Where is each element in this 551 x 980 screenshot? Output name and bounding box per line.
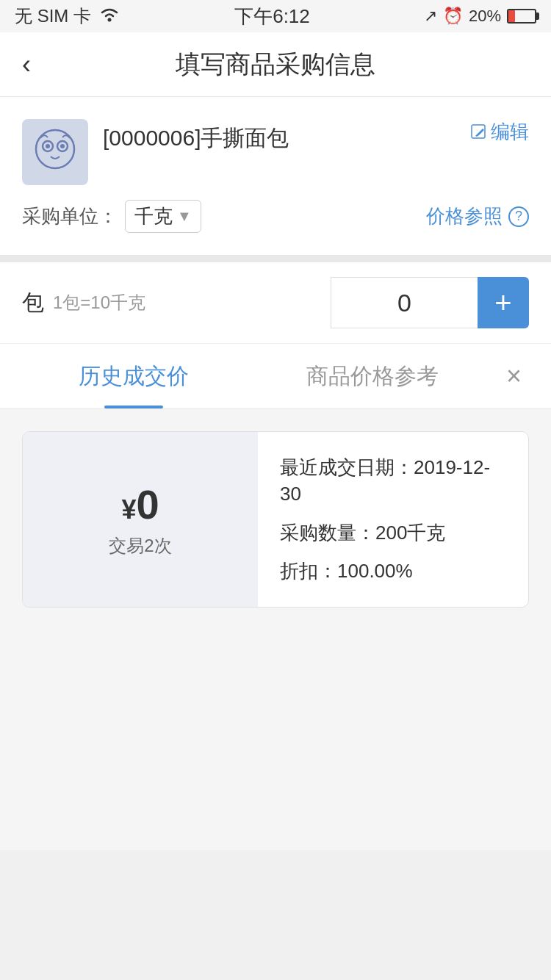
svg-point-5	[60, 144, 65, 148]
status-bar: 无 SIM 卡 下午6:12 ↗ ⏰ 20%	[0, 0, 551, 32]
svg-point-0	[108, 18, 112, 22]
help-icon: ?	[508, 206, 529, 227]
history-card: ¥0 交易2次 最近成交日期：2019-12-30 采购数量：200千克 折扣：…	[22, 431, 529, 608]
tab-close-button[interactable]: ×	[491, 353, 536, 399]
product-info: [0000006]手撕面包	[22, 119, 470, 185]
carrier-label: 无 SIM 卡	[15, 4, 91, 28]
tabs-row: 历史成交价 商品价格参考 ×	[0, 344, 551, 408]
quantity-input-group: +	[331, 277, 529, 328]
recent-date-label: 最近成交日期：	[280, 456, 414, 478]
product-name: [0000006]手撕面包	[103, 119, 289, 154]
yuan-symbol: ¥	[121, 494, 136, 525]
status-left: 无 SIM 卡	[15, 4, 120, 28]
bag-unit-note: 1包=10千克	[53, 291, 145, 314]
unit-label: 采购单位：	[22, 203, 118, 229]
status-right: ↗ ⏰ 20%	[424, 7, 536, 26]
purchase-qty-label: 采购数量：	[280, 522, 375, 544]
discount-value: 100.00%	[337, 560, 413, 582]
transaction-count: 交易2次	[109, 534, 171, 558]
battery-icon	[507, 9, 536, 24]
price-reference-button[interactable]: 价格参照 ?	[426, 203, 529, 229]
unit-left: 采购单位： 千克 ▼	[22, 200, 201, 233]
product-image	[22, 119, 88, 185]
tab-history-price[interactable]: 历史成交价	[15, 344, 253, 408]
unit-value: 千克	[134, 203, 173, 229]
tab-product-price-reference[interactable]: 商品价格参考	[253, 344, 491, 408]
wifi-icon	[98, 6, 120, 26]
svg-rect-6	[472, 125, 485, 138]
back-button[interactable]: ‹	[22, 49, 31, 80]
tabs-container: 历史成交价 商品价格参考 ×	[0, 344, 551, 409]
product-unit-row: 采购单位： 千克 ▼ 价格参照 ?	[22, 200, 529, 233]
dropdown-arrow-icon: ▼	[177, 208, 192, 225]
content-area: ¥0 交易2次 最近成交日期：2019-12-30 采购数量：200千克 折扣：…	[0, 409, 551, 850]
unit-dropdown[interactable]: 千克 ▼	[125, 200, 201, 233]
product-thumbnail-icon	[33, 127, 77, 178]
alarm-icon: ⏰	[443, 7, 463, 26]
quantity-plus-button[interactable]: +	[478, 277, 529, 328]
discount-label: 折扣：	[280, 560, 337, 582]
history-card-right: 最近成交日期：2019-12-30 采购数量：200千克 折扣：100.00%	[258, 432, 528, 607]
history-card-left: ¥0 交易2次	[23, 432, 258, 607]
location-icon: ↗	[424, 7, 437, 26]
edit-button[interactable]: 编辑	[470, 119, 529, 145]
price-ref-label: 价格参照	[426, 203, 503, 229]
purchase-qty-row: 采购数量：200千克	[280, 519, 506, 546]
section-divider	[0, 255, 551, 262]
quantity-input[interactable]	[331, 277, 478, 328]
bag-label: 包	[22, 288, 44, 318]
history-price: ¥0	[121, 480, 159, 528]
quantity-label-group: 包 1包=10千克	[22, 288, 145, 318]
nav-bar: ‹ 填写商品采购信息	[0, 32, 551, 97]
purchase-qty-value: 200千克	[375, 522, 445, 544]
page-title: 填写商品采购信息	[176, 48, 375, 82]
quantity-row: 包 1包=10千克 +	[0, 262, 551, 344]
status-time: 下午6:12	[234, 4, 310, 29]
battery-percent: 20%	[469, 7, 501, 26]
recent-date-row: 最近成交日期：2019-12-30	[280, 454, 506, 508]
discount-row: 折扣：100.00%	[280, 558, 506, 584]
svg-point-4	[46, 144, 50, 148]
product-header: [0000006]手撕面包 编辑	[22, 119, 529, 185]
product-card: [0000006]手撕面包 编辑 采购单位： 千克 ▼ 价格参照 ?	[0, 97, 551, 255]
edit-icon	[470, 123, 488, 141]
